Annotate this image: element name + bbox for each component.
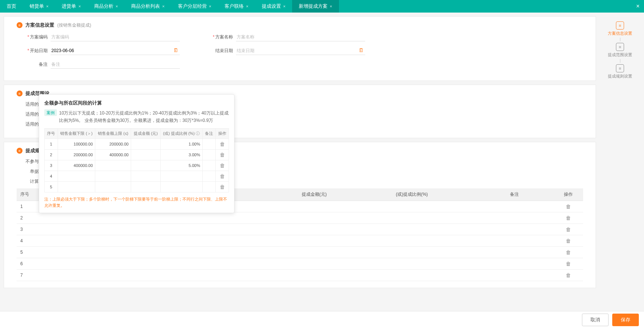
tab-close-icon[interactable]: ×	[330, 4, 332, 8]
table-cell[interactable]	[184, 258, 298, 270]
popover-table-row: 4🗑	[45, 171, 229, 181]
tab-商品分析[interactable]: 商品分析×	[88, 0, 124, 13]
end-date-input[interactable]	[236, 47, 365, 55]
popover-table-cell	[202, 139, 216, 149]
table-cell[interactable]	[298, 212, 392, 224]
table-cell[interactable]	[184, 224, 298, 235]
table-cell[interactable]	[64, 212, 184, 224]
table-cell[interactable]	[184, 212, 298, 224]
delete-icon[interactable]: 🗑	[566, 238, 571, 244]
table-cell[interactable]	[506, 270, 554, 281]
table-cell[interactable]	[184, 235, 298, 247]
table-cell[interactable]	[506, 247, 554, 258]
table-row[interactable]: 2🗑	[17, 212, 583, 224]
table-cell[interactable]	[64, 224, 184, 235]
tab-label: 新增提成方案	[299, 3, 328, 10]
tab-首页[interactable]: 首页	[0, 0, 23, 13]
delete-icon[interactable]: 🗑	[220, 163, 225, 168]
table-cell[interactable]	[64, 247, 184, 258]
name-input[interactable]	[236, 33, 365, 41]
table-cell[interactable]	[298, 224, 392, 235]
tab-商品分析列表[interactable]: 商品分析列表×	[124, 0, 171, 13]
table-cell[interactable]	[64, 258, 184, 270]
table-cell[interactable]: 7	[17, 270, 64, 281]
anchor-nav-icon: ≡	[616, 64, 624, 72]
table-header: 备注	[506, 188, 554, 201]
table-cell[interactable]	[506, 224, 554, 235]
table-cell[interactable]	[298, 235, 392, 247]
popover-table-cell: 4	[45, 171, 58, 181]
tab-close-icon[interactable]: ×	[46, 4, 48, 8]
popover-table-cell: 5	[45, 181, 58, 192]
table-cell[interactable]	[298, 258, 392, 270]
table-cell[interactable]	[506, 212, 554, 224]
remark-input[interactable]	[51, 60, 180, 69]
popover-table-cell: 2	[45, 149, 58, 160]
anchor-nav-item[interactable]: ≡提成范围设置	[608, 43, 632, 58]
panel-subtitle: (按销售金额提成)	[57, 22, 91, 28]
tab-close-icon[interactable]: ×	[162, 4, 164, 8]
tab-close-icon[interactable]: ×	[209, 4, 211, 8]
popover-table-cell	[202, 149, 216, 160]
delete-icon[interactable]: 🗑	[220, 152, 225, 158]
code-input[interactable]	[51, 33, 180, 41]
delete-icon[interactable]: 🗑	[566, 272, 571, 278]
table-cell[interactable]	[392, 201, 506, 212]
delete-icon[interactable]: 🗑	[220, 141, 225, 147]
tab-客户分层经营[interactable]: 客户分层经营×	[171, 0, 218, 13]
table-cell[interactable]	[392, 224, 506, 235]
table-cell[interactable]	[392, 258, 506, 270]
tab-提成设置[interactable]: 提成设置×	[255, 0, 292, 13]
table-cell[interactable]	[506, 258, 554, 270]
table-cell[interactable]	[298, 201, 392, 212]
tab-close-icon[interactable]: ×	[246, 4, 248, 8]
table-cell[interactable]: 5	[17, 247, 64, 258]
tab-close-icon[interactable]: ×	[78, 4, 80, 8]
delete-icon[interactable]: 🗑	[566, 261, 571, 267]
anchor-nav-item[interactable]: ≡提成规则设置	[608, 64, 632, 79]
close-all-tabs-icon[interactable]: ×	[636, 0, 640, 13]
anchor-nav-item[interactable]: ≡方案信息设置	[608, 21, 632, 36]
tab-客户联络[interactable]: 客户联络×	[218, 0, 255, 13]
table-cell[interactable]: 4	[17, 235, 64, 247]
delete-icon[interactable]: 🗑	[566, 249, 571, 255]
table-cell[interactable]: 6	[17, 258, 64, 270]
table-cell[interactable]	[392, 270, 506, 281]
table-cell[interactable]: 3	[17, 224, 64, 235]
info-icon: ⓘ	[196, 131, 200, 136]
table-cell[interactable]	[298, 270, 392, 281]
tab-销货单[interactable]: 销货单×	[23, 0, 55, 13]
table-row[interactable]: 6🗑	[17, 258, 583, 270]
delete-icon[interactable]: 🗑	[220, 173, 225, 179]
delete-icon[interactable]: 🗑	[566, 215, 571, 221]
table-cell[interactable]	[392, 247, 506, 258]
table-row[interactable]: 7🗑	[17, 270, 583, 281]
delete-icon[interactable]: 🗑	[566, 204, 571, 209]
table-cell[interactable]	[506, 201, 554, 212]
table-cell[interactable]	[64, 270, 184, 281]
tab-close-icon[interactable]: ×	[116, 4, 118, 8]
table-cell[interactable]	[392, 212, 506, 224]
table-cell[interactable]	[184, 270, 298, 281]
table-cell[interactable]: 2	[17, 212, 64, 224]
table-cell[interactable]	[298, 247, 392, 258]
popover-table-cell	[202, 181, 216, 192]
delete-icon[interactable]: 🗑	[566, 226, 571, 232]
popover-table-cell	[202, 171, 216, 181]
table-cell[interactable]	[506, 235, 554, 247]
table-row[interactable]: 3🗑	[17, 224, 583, 235]
table-cell[interactable]	[392, 235, 506, 247]
table-cell[interactable]	[184, 247, 298, 258]
tab-新增提成方案[interactable]: 新增提成方案×	[292, 0, 339, 13]
anchor-nav-icon: ≡	[616, 21, 624, 30]
delete-icon[interactable]: 🗑	[220, 184, 225, 190]
tab-close-icon[interactable]: ×	[283, 4, 285, 8]
table-cell: 🗑	[554, 270, 583, 281]
table-row[interactable]: 4🗑	[17, 235, 583, 247]
tab-进货单[interactable]: 进货单×	[55, 0, 87, 13]
start-date-input[interactable]	[51, 47, 180, 55]
table-cell[interactable]	[64, 235, 184, 247]
table-header: 操作	[554, 188, 583, 201]
table-row[interactable]: 5🗑	[17, 247, 583, 258]
panel-title: 方案信息设置	[25, 22, 54, 28]
